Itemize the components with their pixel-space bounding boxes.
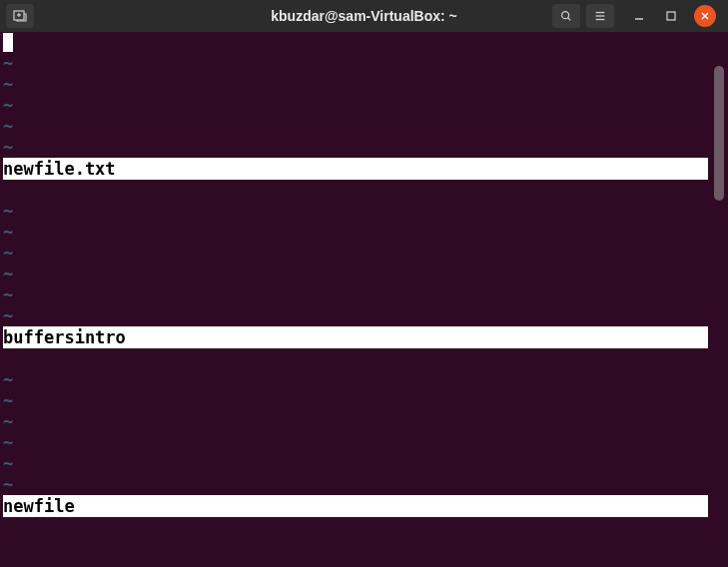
scrollbar[interactable] bbox=[714, 66, 724, 201]
cursor-block bbox=[3, 33, 13, 52]
tilde-line: ~ bbox=[3, 474, 728, 495]
cursor-line bbox=[3, 32, 728, 53]
tilde-line: ~ bbox=[3, 390, 728, 411]
svg-point-3 bbox=[562, 12, 569, 19]
svg-line-4 bbox=[568, 18, 571, 21]
titlebar: kbuzdar@sam-VirtualBox: ~ bbox=[0, 0, 728, 32]
tilde-line: ~ bbox=[3, 264, 728, 284]
blank-line bbox=[3, 348, 728, 369]
blank-line bbox=[3, 180, 728, 201]
svg-rect-9 bbox=[667, 12, 675, 20]
tilde-line: ~ bbox=[3, 74, 728, 95]
titlebar-controls bbox=[552, 4, 724, 28]
tilde-line: ~ bbox=[3, 305, 728, 326]
tilde-line: ~ bbox=[3, 137, 728, 158]
tilde-line: ~ bbox=[3, 411, 728, 432]
tilde-line: ~ bbox=[3, 116, 728, 137]
tilde-line: ~ bbox=[3, 284, 728, 305]
menu-button[interactable] bbox=[586, 4, 614, 28]
tilde-line: ~ bbox=[3, 453, 728, 474]
maximize-icon bbox=[665, 10, 677, 22]
close-icon bbox=[700, 11, 710, 21]
tilde-line: ~ bbox=[3, 432, 728, 453]
tilde-line: ~ bbox=[3, 369, 728, 390]
tilde-line: ~ bbox=[3, 53, 728, 74]
filename-bar-1: newfile.txt bbox=[3, 158, 708, 180]
minimize-icon bbox=[633, 10, 645, 22]
tilde-line: ~ bbox=[3, 243, 728, 264]
filename-bar-2: buffersintro bbox=[3, 326, 708, 348]
new-tab-button[interactable] bbox=[6, 4, 34, 28]
window-title: kbuzdar@sam-VirtualBox: ~ bbox=[271, 8, 457, 24]
tilde-line: ~ bbox=[3, 201, 728, 222]
search-icon bbox=[559, 9, 573, 23]
terminal-area[interactable]: ~ ~ ~ ~ ~ newfile.txt ~ ~ ~ ~ ~ ~ buffer… bbox=[0, 32, 728, 567]
close-button[interactable] bbox=[694, 5, 716, 27]
hamburger-icon bbox=[593, 9, 607, 23]
tilde-line: ~ bbox=[3, 95, 728, 116]
filename-bar-3: newfile bbox=[3, 495, 708, 517]
search-button[interactable] bbox=[552, 4, 580, 28]
maximize-button[interactable] bbox=[662, 7, 680, 25]
tab-icon bbox=[12, 8, 28, 24]
minimize-button[interactable] bbox=[630, 7, 648, 25]
tilde-line: ~ bbox=[3, 222, 728, 243]
window-controls bbox=[630, 5, 716, 27]
